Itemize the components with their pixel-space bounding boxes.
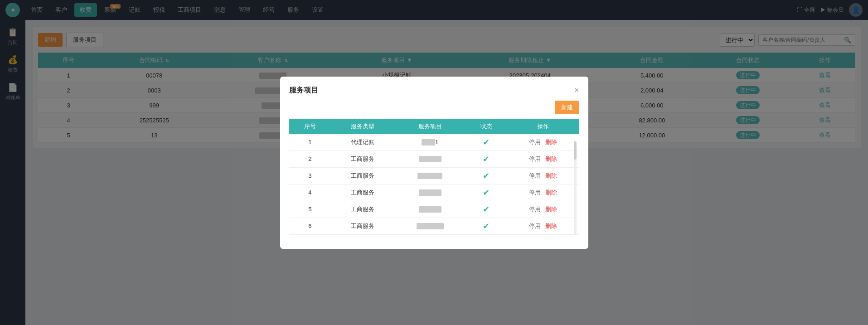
modal-cell-status: ✔: [465, 184, 507, 201]
status-check-icon: ✔: [483, 238, 490, 240]
modal-cell-type: 工商服务: [331, 167, 395, 184]
modal-cell-item: [395, 150, 466, 167]
stop-button[interactable]: 停用: [529, 189, 541, 196]
status-check-icon: ✔: [483, 188, 490, 197]
modal-cell-action: 停用 删除: [507, 234, 579, 240]
modal-cell-action: 停用 删除: [507, 184, 579, 201]
modal-cell-action: 停用 删除: [507, 134, 579, 151]
modal-new-button[interactable]: 新建: [555, 101, 579, 114]
delete-button[interactable]: 删除: [545, 155, 557, 162]
modal-overlay[interactable]: 服务项目 × 新建 序号 服务类型 服务项目 状态 操作 1 代理记账: [0, 0, 868, 325]
delete-button[interactable]: 删除: [545, 239, 557, 240]
modal-cell-item: [395, 218, 466, 234]
status-check-icon: ✔: [483, 205, 490, 214]
modal-cell-type: 工商服务: [331, 184, 395, 201]
modal-cell-seq: 3: [289, 167, 331, 184]
modal-table-wrapper: 序号 服务类型 服务项目 状态 操作 1 代理记账 1 ✔ 停用 删除 2 工商…: [289, 119, 579, 240]
modal-close-button[interactable]: ×: [574, 86, 579, 95]
stop-button[interactable]: 停用: [529, 172, 541, 179]
modal-title: 服务项目: [289, 86, 318, 95]
modal-cell-type: 工商服务: [331, 218, 395, 234]
modal-cell-type: 工商服务: [331, 234, 395, 240]
service-items-modal: 服务项目 × 新建 序号 服务类型 服务项目 状态 操作 1 代理记账: [280, 77, 588, 249]
delete-button[interactable]: 删除: [545, 139, 557, 146]
modal-col-action: 操作: [507, 119, 579, 134]
delete-button[interactable]: 删除: [545, 223, 557, 229]
modal-col-item: 服务项目: [395, 119, 466, 134]
modal-cell-item: [395, 167, 466, 184]
modal-cell-seq: 1: [289, 134, 331, 151]
delete-button[interactable]: 删除: [545, 206, 557, 213]
status-check-icon: ✔: [483, 155, 490, 164]
stop-button[interactable]: 停用: [529, 155, 541, 162]
modal-cell-status: ✔: [465, 134, 507, 151]
modal-cell-seq: 2: [289, 150, 331, 167]
modal-table-row: 6 工商服务 ✔ 停用 删除: [289, 218, 579, 234]
modal-cell-seq: 4: [289, 184, 331, 201]
modal-cell-type: 代理记账: [331, 134, 395, 151]
stop-button[interactable]: 停用: [529, 223, 541, 229]
service-items-table: 序号 服务类型 服务项目 状态 操作 1 代理记账 1 ✔ 停用 删除 2 工商…: [289, 119, 579, 240]
modal-cell-status: ✔: [465, 218, 507, 234]
modal-cell-seq: 6: [289, 218, 331, 234]
status-check-icon: ✔: [483, 138, 490, 147]
modal-cell-status: ✔: [465, 201, 507, 218]
delete-button[interactable]: 删除: [545, 189, 557, 196]
modal-table-row: 2 工商服务 ✔ 停用 删除: [289, 150, 579, 167]
modal-table-row: 4 工商服务 ✔ 停用 删除: [289, 184, 579, 201]
modal-table-row: 1 代理记账 1 ✔ 停用 删除: [289, 134, 579, 151]
modal-col-seq: 序号: [289, 119, 331, 134]
modal-cell-type: 工商服务: [331, 201, 395, 218]
modal-cell-action: 停用 删除: [507, 218, 579, 234]
modal-toolbar: 新建: [289, 101, 579, 114]
modal-cell-type: 工商服务: [331, 150, 395, 167]
modal-cell-item: 1: [395, 134, 466, 151]
modal-cell-seq: 7: [289, 234, 331, 240]
modal-header: 服务项目 ×: [289, 86, 579, 95]
modal-cell-item: [395, 201, 466, 218]
modal-cell-status: ✔: [465, 234, 507, 240]
modal-table-row: 3 工商服务 ✔ 停用 删除: [289, 167, 579, 184]
delete-button[interactable]: 删除: [545, 172, 557, 179]
stop-button[interactable]: 停用: [529, 239, 541, 240]
modal-table-row: 5 工商服务 ✔ 停用 删除: [289, 201, 579, 218]
status-check-icon: ✔: [483, 222, 490, 231]
stop-button[interactable]: 停用: [529, 206, 541, 213]
modal-cell-action: 停用 删除: [507, 201, 579, 218]
scrollbar-thumb: [574, 141, 577, 160]
modal-col-type: 服务类型: [331, 119, 395, 134]
modal-cell-seq: 5: [289, 201, 331, 218]
modal-cell-status: ✔: [465, 150, 507, 167]
status-check-icon: ✔: [483, 171, 490, 180]
scrollbar-track: [574, 141, 577, 235]
modal-cell-item: [395, 234, 466, 240]
modal-cell-status: ✔: [465, 167, 507, 184]
modal-cell-action: 停用 删除: [507, 167, 579, 184]
modal-table-row: 7 工商服务 ✔ 停用 删除: [289, 234, 579, 240]
modal-cell-item: [395, 184, 466, 201]
stop-button[interactable]: 停用: [529, 139, 541, 146]
modal-col-status: 状态: [465, 119, 507, 134]
modal-cell-action: 停用 删除: [507, 150, 579, 167]
